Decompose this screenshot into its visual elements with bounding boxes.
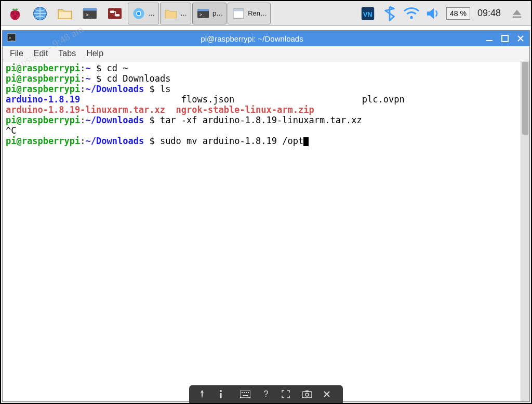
close-icon[interactable] (323, 390, 334, 398)
svg-point-14 (137, 11, 141, 15)
svg-rect-16 (197, 9, 209, 11)
svg-rect-27 (502, 35, 508, 42)
bluetooth-icon[interactable] (381, 5, 398, 22)
task-label: … (180, 9, 187, 17)
taskbar: >_ … … >_ p… Ren… VN (1, 1, 531, 26)
menu-tabs[interactable]: Tabs (54, 47, 80, 60)
svg-point-1 (11, 11, 15, 15)
chromium-icon (131, 6, 146, 21)
maximize-button[interactable] (500, 34, 510, 43)
task-filemanager[interactable]: … (160, 3, 191, 24)
window-icon (231, 6, 246, 21)
browser-globe[interactable] (28, 3, 52, 24)
svg-rect-10 (110, 10, 114, 13)
svg-rect-38 (305, 390, 309, 392)
svg-rect-5 (59, 12, 71, 18)
task-label: p… (212, 9, 223, 17)
svg-text:>_: >_ (86, 11, 92, 18)
terminal-body[interactable]: pi@raspberrypi:~ $ cd ~ pi@raspberrypi:~… (3, 61, 529, 401)
fullscreen-icon[interactable] (282, 390, 292, 398)
wifi-icon[interactable] (403, 5, 420, 22)
help-icon[interactable]: ? (261, 389, 271, 399)
svg-text:>_: >_ (9, 36, 14, 41)
battery-percent[interactable]: 48 % (446, 7, 470, 20)
menu-raspberry[interactable] (3, 3, 27, 24)
task-terminal[interactable]: >_ p… (192, 3, 227, 24)
nodered-icon (107, 7, 123, 20)
svg-point-28 (220, 390, 222, 392)
pin-icon[interactable] (198, 390, 209, 398)
svg-rect-29 (220, 393, 222, 398)
keyboard-icon[interactable] (240, 390, 250, 398)
svg-text:VN: VN (363, 10, 373, 18)
task-label: Ren… (248, 9, 267, 17)
vnc-toolbar[interactable]: ? (189, 385, 343, 403)
svg-point-37 (305, 393, 309, 396)
terminal-launcher[interactable]: >_ (78, 3, 102, 24)
svg-rect-9 (108, 8, 122, 18)
svg-rect-19 (233, 8, 244, 11)
svg-rect-23 (513, 16, 522, 18)
svg-rect-33 (246, 392, 247, 393)
svg-rect-36 (302, 392, 312, 398)
info-icon[interactable] (219, 390, 230, 398)
scrollbar-thumb[interactable] (522, 62, 528, 135)
task-label: … (148, 9, 155, 17)
folder-icon (57, 7, 73, 20)
vnc-tray-icon[interactable]: VN (359, 5, 377, 22)
close-button[interactable] (516, 34, 525, 43)
terminal-icon: >_ (82, 7, 98, 20)
globe-icon (32, 6, 48, 21)
screenshot-icon[interactable] (302, 390, 313, 398)
svg-point-22 (410, 16, 413, 19)
menubar: File Edit Tabs Help (3, 46, 529, 61)
svg-rect-7 (83, 8, 97, 10)
svg-rect-26 (486, 40, 493, 41)
svg-rect-34 (248, 392, 249, 393)
eject-icon[interactable] (508, 5, 526, 22)
svg-rect-30 (240, 390, 250, 398)
system-tray: VN 48 % 09:48 (359, 5, 529, 22)
window-title: pi@raspberrypi: ~/Downloads (19, 34, 485, 43)
window-titlebar[interactable]: >_ pi@raspberrypi: ~/Downloads (3, 31, 529, 46)
volume-icon[interactable] (424, 5, 442, 22)
titlebar-icon: >_ (7, 33, 19, 44)
node-red[interactable] (103, 3, 127, 24)
svg-point-3 (13, 15, 17, 19)
svg-text:>_: >_ (200, 11, 205, 17)
svg-rect-32 (244, 392, 245, 393)
terminal-output[interactable]: pi@raspberrypi:~ $ cd ~ pi@raspberrypi:~… (3, 61, 529, 148)
menu-file[interactable]: File (6, 47, 28, 60)
file-manager[interactable] (53, 3, 77, 24)
terminal-icon: >_ (196, 6, 210, 21)
folder-icon (164, 6, 178, 21)
svg-rect-11 (115, 14, 119, 16)
menu-help[interactable]: Help (82, 47, 108, 60)
menu-edit[interactable]: Edit (30, 47, 52, 60)
scrollbar[interactable] (521, 61, 529, 401)
minimize-button[interactable] (485, 34, 494, 43)
raspberry-icon (7, 6, 23, 21)
terminal-window: >_ pi@raspberrypi: ~/Downloads File Edit… (2, 30, 530, 402)
svg-rect-35 (243, 395, 248, 396)
task-rename[interactable]: Ren… (228, 3, 271, 24)
svg-rect-31 (242, 392, 243, 393)
svg-point-2 (16, 11, 20, 15)
text-cursor (303, 137, 309, 146)
task-chromium[interactable]: … (128, 3, 159, 24)
clock[interactable]: 09:48 (474, 8, 504, 19)
